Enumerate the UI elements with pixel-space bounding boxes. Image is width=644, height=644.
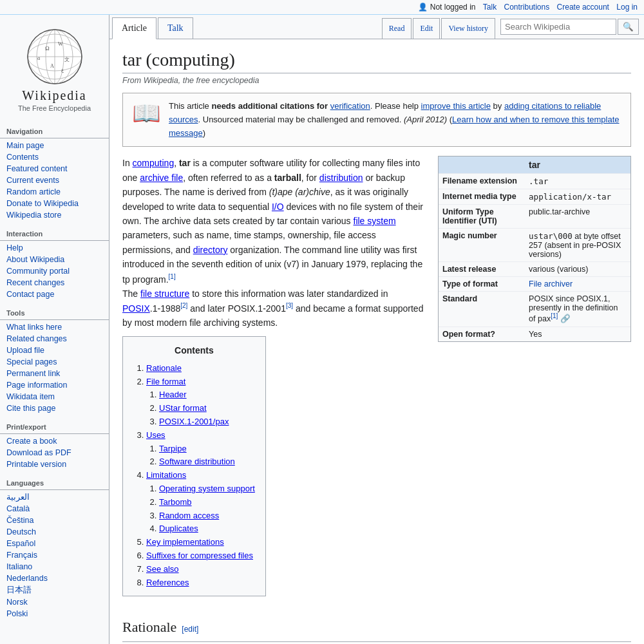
lang-nederlands[interactable]: Nederlands bbox=[6, 574, 48, 583]
filesystem-link[interactable]: file system bbox=[354, 216, 396, 226]
infobox-value: various (various) bbox=[525, 262, 630, 277]
notice-remove-link[interactable]: Learn how and when to remove this templa… bbox=[169, 115, 620, 138]
sidebar-item-store[interactable]: Wikipedia store bbox=[6, 211, 61, 220]
sidebar-item-create-book[interactable]: Create a book bbox=[6, 437, 57, 446]
contents-ossupport-link[interactable]: Operating system support bbox=[159, 484, 255, 493]
contents-item: Rationale bbox=[146, 362, 255, 375]
contents-fileformat-link[interactable]: File format bbox=[146, 377, 185, 386]
rationale-edit-link[interactable]: [edit] bbox=[182, 623, 198, 636]
infobox-row: Type of format File archiver bbox=[439, 277, 630, 292]
talk-tab[interactable]: Talk bbox=[158, 17, 193, 39]
lang-francais[interactable]: Français bbox=[6, 551, 37, 560]
tools-heading: Tools bbox=[0, 307, 109, 320]
lang-cestina[interactable]: Čeština bbox=[6, 516, 33, 525]
sidebar-item-contents[interactable]: Contents bbox=[6, 153, 39, 162]
sidebar: Ω W α 文 A ع Wikipedia The Free Encyclope… bbox=[0, 15, 109, 644]
notice-improve-link[interactable]: improve this article bbox=[421, 101, 491, 111]
contents-seealso-link[interactable]: See also bbox=[146, 564, 179, 574]
search-input[interactable] bbox=[500, 19, 616, 35]
contents-limitations-link[interactable]: Limitations bbox=[146, 470, 186, 480]
contributions-link[interactable]: Contributions bbox=[504, 3, 550, 12]
printexport-section: Print/export Create a book Download as P… bbox=[0, 421, 109, 470]
sidebar-item-about[interactable]: About Wikipedia bbox=[6, 255, 64, 264]
article-tab[interactable]: Article bbox=[112, 17, 156, 39]
contents-keyimpl-link[interactable]: Key implementations bbox=[146, 537, 224, 547]
contents-randomaccess-link[interactable]: Random access bbox=[159, 511, 219, 520]
sidebar-item-permanent-link[interactable]: Permanent link bbox=[6, 369, 60, 378]
distribution-link[interactable]: distribution bbox=[319, 173, 363, 183]
contents-duplicates-link[interactable]: Duplicates bbox=[159, 524, 198, 533]
contents-rationale-link[interactable]: Rationale bbox=[146, 363, 182, 373]
sidebar-item-random-article[interactable]: Random article bbox=[6, 187, 61, 196]
lang-italiano[interactable]: Italiano bbox=[6, 562, 32, 571]
contents-tarpipe-link[interactable]: Tarpipe bbox=[159, 444, 187, 453]
sidebar-item-cite[interactable]: Cite this page bbox=[6, 404, 55, 413]
navigation-section: Navigation Main page Contents Featured c… bbox=[0, 125, 109, 221]
file-structure-link[interactable]: file structure bbox=[140, 289, 189, 299]
lang-arabic[interactable]: العربية bbox=[6, 493, 30, 502]
lang-polski[interactable]: Polski bbox=[6, 609, 28, 618]
ref1-link[interactable]: [1] bbox=[169, 273, 176, 280]
ref2-link[interactable]: [2] bbox=[180, 302, 187, 309]
talk-link[interactable]: Talk bbox=[483, 3, 497, 12]
contents-sub-list: Tarpipe Software distribution bbox=[146, 442, 255, 469]
sidebar-item-contact[interactable]: Contact page bbox=[6, 290, 54, 299]
contents-tarbomb-link[interactable]: Tarbomb bbox=[159, 497, 192, 507]
io-link[interactable]: I/O bbox=[272, 202, 284, 212]
contents-box: Contents Rationale File format Header US… bbox=[122, 336, 266, 596]
contents-item: Uses Tarpipe Software distribution bbox=[146, 429, 255, 469]
edit-tab[interactable]: Edit bbox=[413, 18, 440, 39]
posix-link[interactable]: POSIX bbox=[122, 303, 150, 314]
sidebar-item-recent-changes[interactable]: Recent changes bbox=[6, 278, 64, 287]
contents-sub-item: Duplicates bbox=[159, 522, 255, 536]
infobox-row: Latest release various (various) bbox=[439, 262, 630, 277]
tar-bold: tar bbox=[179, 158, 191, 168]
contents-header-link[interactable]: Header bbox=[159, 390, 187, 399]
search-button[interactable]: 🔍 bbox=[618, 19, 639, 35]
sidebar-item-current-events[interactable]: Current events bbox=[6, 176, 59, 185]
archive-file-link[interactable]: archive file bbox=[140, 173, 183, 183]
sidebar-item-donate[interactable]: Donate to Wikipedia bbox=[6, 199, 79, 208]
lang-deutsch[interactable]: Deutsch bbox=[6, 527, 36, 536]
contents-suffixes-link[interactable]: Suffixes for compressed files bbox=[146, 551, 253, 560]
sidebar-item-download-pdf[interactable]: Download as PDF bbox=[6, 448, 71, 457]
view-history-tab[interactable]: View history bbox=[441, 18, 495, 39]
infobox-label: Standard bbox=[439, 292, 525, 327]
sidebar-item-special-pages[interactable]: Special pages bbox=[6, 357, 57, 366]
log-in-link[interactable]: Log in bbox=[616, 3, 638, 12]
sidebar-item-help[interactable]: Help bbox=[6, 243, 23, 252]
sidebar-item-wikidata[interactable]: Wikidata item bbox=[6, 392, 55, 401]
contents-posix-link[interactable]: POSIX.1-2001/pax bbox=[159, 417, 229, 426]
computing-link[interactable]: computing bbox=[133, 158, 175, 168]
contents-references-link[interactable]: References bbox=[146, 578, 189, 587]
directory-link[interactable]: directory bbox=[193, 245, 228, 255]
sidebar-item-upload-file[interactable]: Upload file bbox=[6, 346, 44, 355]
create-account-link[interactable]: Create account bbox=[557, 3, 609, 12]
lang-catala[interactable]: Català bbox=[6, 504, 30, 513]
infobox-row: Magic number ustar\000 at byte offset 25… bbox=[439, 229, 630, 262]
notice-verification-link[interactable]: verification bbox=[330, 101, 370, 111]
infobox-file-archiver-link[interactable]: File archiver bbox=[529, 279, 573, 289]
contents-uses-link[interactable]: Uses bbox=[146, 430, 166, 440]
contents-sub-item: Software distribution bbox=[159, 455, 255, 469]
sidebar-item-featured-content[interactable]: Featured content bbox=[6, 164, 68, 173]
contents-softwaredist-link[interactable]: Software distribution bbox=[159, 457, 235, 466]
read-tab[interactable]: Read bbox=[382, 18, 412, 39]
sidebar-item-main-page[interactable]: Main page bbox=[6, 141, 44, 150]
infobox-row: Open format? Yes bbox=[439, 327, 630, 341]
lang-espanol[interactable]: Español bbox=[6, 539, 35, 548]
sidebar-item-related-changes[interactable]: Related changes bbox=[6, 334, 67, 343]
infobox-label: Latest release bbox=[439, 262, 525, 277]
sidebar-item-what-links-here[interactable]: What links here bbox=[6, 323, 62, 332]
contents-sub-item: Header bbox=[159, 388, 255, 402]
lang-japanese[interactable]: 日本語 bbox=[6, 585, 32, 594]
infobox-ref-link[interactable]: [1] bbox=[551, 312, 558, 319]
contents-sub-item: Tarpipe bbox=[159, 442, 255, 456]
infobox: tar Filename extension .tar Internet med… bbox=[438, 156, 631, 341]
contents-ustar-link[interactable]: UStar format bbox=[159, 403, 207, 413]
ref3-link[interactable]: [3] bbox=[286, 302, 293, 309]
lang-norsk[interactable]: Norsk bbox=[6, 598, 28, 607]
sidebar-item-page-info[interactable]: Page information bbox=[6, 381, 68, 390]
sidebar-item-printable[interactable]: Printable version bbox=[6, 460, 66, 469]
sidebar-item-community-portal[interactable]: Community portal bbox=[6, 267, 70, 276]
